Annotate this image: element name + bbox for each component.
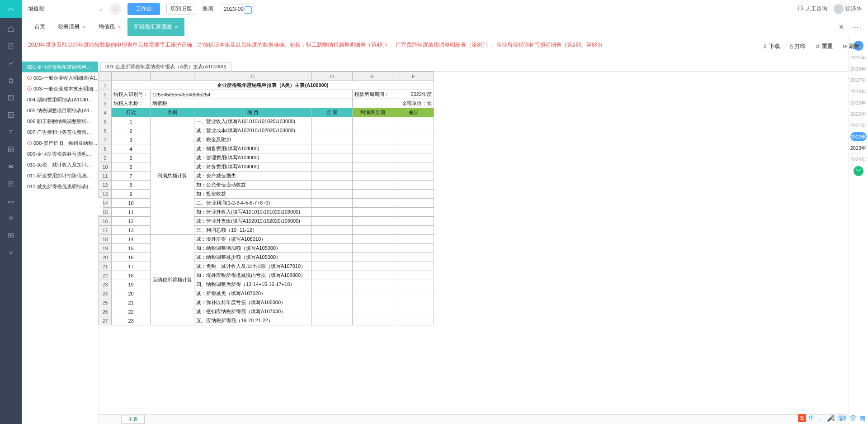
close-icon[interactable]: ✕: [118, 24, 121, 29]
sidebar-item[interactable]: 011-研发费用加计扣除优惠...: [22, 170, 98, 181]
nav-export-icon[interactable]: [6, 179, 15, 188]
consult-link[interactable]: 人工咨询: [797, 5, 827, 13]
tabbar: 首页税表清册✕增值税✕所得税汇算清缴✕ ✕ ⋯: [22, 18, 868, 36]
year-2017年[interactable]: 2017年: [850, 76, 867, 85]
year-2023年[interactable]: 2023年: [850, 143, 867, 152]
workspace-button[interactable]: 工作台: [127, 3, 160, 15]
sheet-tab[interactable]: 001-企业所得税年度纳税申报表（A类）主表(A100000): [100, 62, 231, 71]
ime-skin-icon[interactable]: 👕: [849, 414, 857, 422]
headset-icon: [797, 5, 804, 13]
tab-所得税汇算清缴[interactable]: 所得税汇算清缴✕: [127, 18, 184, 36]
nav-settings-icon[interactable]: [6, 214, 15, 223]
nav-chart-icon[interactable]: [6, 59, 15, 68]
nav-v-icon[interactable]: [6, 248, 15, 257]
sidebar-item[interactable]: !003-一般企业成本支出明细...: [22, 83, 98, 94]
svg-point-5: [10, 217, 12, 219]
reset-button[interactable]: ↺ 重置: [816, 43, 833, 50]
tab-首页[interactable]: 首页: [28, 18, 52, 36]
menu-icon[interactable]: [109, 3, 121, 15]
year-2016年[interactable]: 2016年: [850, 64, 867, 73]
period-picker[interactable]: 2023-09: [220, 4, 254, 14]
close-icon[interactable]: ✕: [175, 24, 178, 29]
year-2018年[interactable]: 2018年: [850, 87, 867, 96]
sidebar-item[interactable]: 009-企业所得税弥补亏损明...: [22, 148, 98, 159]
tab-增值税[interactable]: 增值税✕: [92, 18, 127, 36]
ime-tool-icon[interactable]: ▦: [859, 414, 865, 422]
user-name: 徐泽华: [845, 5, 862, 13]
ime-bar: S 中 ， 🎤 ⌨ 👕 ▦: [798, 414, 865, 422]
year-2022年[interactable]: 2022年: [850, 132, 867, 141]
company-select[interactable]: 增值税 ⌄: [28, 5, 103, 13]
switch-old-button[interactable]: 切到旧版: [166, 4, 196, 14]
collapse-handle[interactable]: ‹: [98, 197, 104, 215]
nav-inbox-icon[interactable]: [6, 196, 15, 205]
sidebar-item[interactable]: !002-一般企业收入明细表(A1...: [22, 72, 98, 83]
more-icon[interactable]: ⋯: [848, 20, 862, 34]
sidebar-item[interactable]: 001-企业所得税年度纳税申...: [22, 62, 98, 72]
app-logo: [5, 4, 17, 16]
sidebar-item[interactable]: 005-纳税调整项目明细表(A1...: [22, 105, 98, 116]
ime-kbd-icon[interactable]: ⌨: [837, 414, 846, 422]
form-list: 001-企业所得税年度纳税申...!002-一般企业收入明细表(A1...!00…: [22, 62, 99, 424]
year-2019年[interactable]: 2019年: [850, 98, 867, 107]
nav-doc-icon[interactable]: [6, 42, 15, 51]
nav-bag-icon[interactable]: [6, 76, 15, 85]
close-icon[interactable]: ✕: [82, 24, 86, 29]
sidebar-item[interactable]: 007-广告费和业务宣传费跨...: [22, 127, 98, 138]
print-button[interactable]: ⎙ 打印: [790, 43, 806, 50]
nav-video-icon[interactable]: [6, 231, 15, 240]
sidebar-item[interactable]: !008-资产折旧、摊销及纳税...: [22, 138, 98, 148]
tab-税表清册[interactable]: 税表清册✕: [52, 18, 92, 36]
ime-punct-icon[interactable]: ，: [818, 414, 824, 422]
spreadsheet[interactable]: CDEF1企业所得税年度纳税申报表（A类）主表(A100000)2纳税人识别号：…: [99, 71, 848, 414]
sidebar-item[interactable]: 004-期间费用明细表(A1040...: [22, 94, 98, 105]
year-2015年[interactable]: 2015年: [850, 53, 867, 62]
ime-lang[interactable]: 中: [809, 414, 815, 422]
scroll-down-icon[interactable]: ︾: [854, 166, 863, 176]
user-menu[interactable]: 徐泽华: [834, 4, 862, 14]
sidebar-item[interactable]: 006-职工薪酬纳税调整明细...: [22, 116, 98, 127]
notice-text: 2019年度涉及取以前年度结转数据的申报表单元格需要手工维护正确，才能保证本年及…: [28, 41, 750, 49]
ime-logo[interactable]: S: [798, 414, 806, 422]
year-2021年[interactable]: 2021年: [850, 121, 867, 130]
period-label: 账期: [203, 5, 213, 13]
nav-tax-icon[interactable]: [6, 162, 15, 171]
warn-icon: !: [27, 141, 32, 145]
sidebar-item[interactable]: 010-免税、减计收入及加计...: [22, 159, 98, 170]
nav-text-icon[interactable]: [6, 128, 15, 137]
sidebar-item[interactable]: 012-减免所得税优惠明细表(...: [22, 181, 98, 192]
refresh-button[interactable]: ⟳ 刷新: [843, 43, 860, 50]
download-button[interactable]: ⇩ 下载: [763, 43, 780, 50]
svg-rect-1: [9, 95, 14, 100]
year-2024年[interactable]: 2024年: [850, 155, 867, 164]
svg-rect-2: [9, 113, 14, 118]
close-icon[interactable]: ✕: [835, 20, 848, 34]
chevron-down-icon: ⌄: [99, 6, 103, 12]
year-2020年[interactable]: 2020年: [850, 110, 867, 119]
avatar: [834, 4, 844, 14]
ime-mic-icon[interactable]: 🎤: [827, 414, 835, 422]
warn-icon: !: [27, 86, 32, 91]
sheet-footer-tab[interactable]: 主表: [121, 415, 145, 424]
warn-icon: !: [27, 76, 32, 80]
nav-check-icon[interactable]: [6, 110, 15, 119]
nav-list-icon[interactable]: [6, 93, 15, 102]
year-rail: ︽ 2015年2016年2017年2018年2019年2020年2021年202…: [848, 36, 868, 424]
nav-grid-icon[interactable]: [6, 145, 15, 154]
company-name: 增值税: [28, 5, 44, 13]
nav-home-icon[interactable]: [6, 24, 15, 33]
